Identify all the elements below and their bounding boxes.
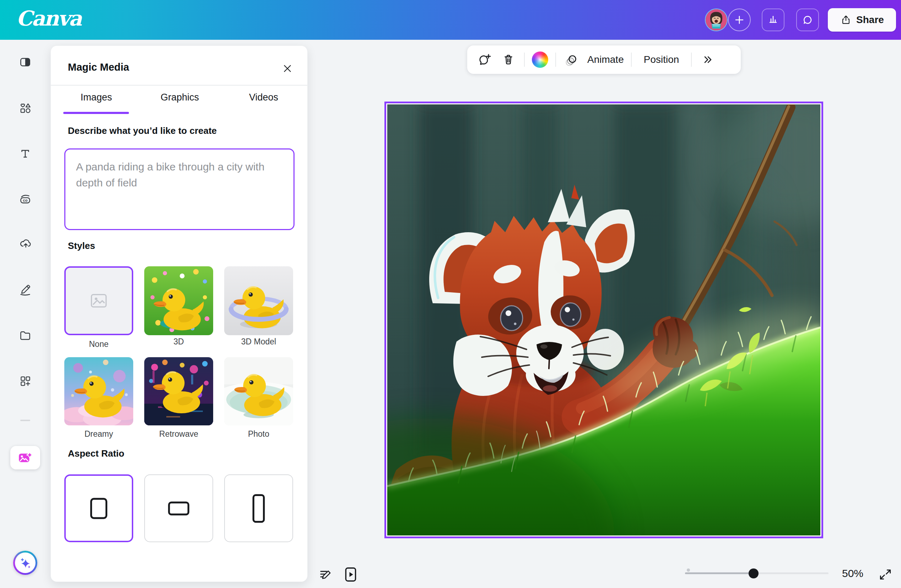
app-header: Canva Share [0, 0, 901, 40]
zoom-slider-origin-dot [687, 568, 690, 572]
more-tools-button[interactable] [699, 51, 716, 68]
style-thumb-dreamy [64, 357, 133, 425]
uploads-cloud-icon [18, 236, 33, 251]
canva-logo[interactable]: Canva [16, 6, 81, 31]
prompt-input[interactable] [64, 148, 295, 230]
brand-icon: co [18, 192, 33, 207]
sidebar-item-elements[interactable] [15, 98, 35, 118]
image-placeholder-icon [89, 292, 108, 309]
style-label: 3D [144, 337, 213, 347]
square-ratio-icon [89, 497, 109, 520]
tab-graphics[interactable]: Graphics [161, 92, 199, 103]
toolbar-divider [631, 53, 632, 67]
style-option-3d[interactable] [144, 266, 213, 335]
magic-media-panel: Magic Media Images Graphics Videos Descr… [50, 45, 308, 582]
context-toolbar: Animate Position [467, 45, 741, 74]
sidebar-item-apps[interactable] [15, 371, 35, 391]
style-label: Retrowave [144, 429, 213, 439]
toolbar-divider [691, 53, 692, 67]
sidebar-item-brand[interactable]: co [15, 189, 35, 209]
avatar[interactable] [705, 9, 728, 31]
style-option-none[interactable] [64, 266, 133, 335]
zoom-slider-knob[interactable] [748, 568, 759, 579]
styles-heading: Styles [68, 240, 95, 251]
sidebar-item-projects[interactable] [15, 326, 35, 345]
zoom-level[interactable]: 50% [833, 568, 872, 579]
add-comment-button[interactable] [476, 51, 493, 68]
comments-button[interactable] [796, 9, 819, 31]
aspect-option-portrait[interactable] [224, 474, 293, 542]
plus-icon [732, 13, 747, 27]
sidebar-item-uploads[interactable] [15, 233, 35, 254]
red-panda-artwork [387, 104, 820, 535]
aspect-ratio-heading: Aspect Ratio [68, 448, 124, 459]
add-member-button[interactable] [728, 9, 751, 31]
style-thumb-retrowave [144, 357, 213, 425]
landscape-ratio-icon [167, 501, 190, 516]
trash-icon [501, 52, 516, 67]
generated-image-red-panda [386, 103, 822, 537]
panel-header-divider [51, 85, 307, 86]
bar-chart-icon [766, 13, 780, 27]
folder-icon [18, 328, 33, 343]
tab-images[interactable]: Images [81, 92, 112, 103]
insights-button[interactable] [762, 9, 784, 31]
prompt-label: Describe what you’d like to create [68, 125, 217, 136]
animate-label[interactable]: Animate [587, 54, 624, 65]
tab-videos[interactable]: Videos [249, 92, 278, 103]
avatar-image [706, 9, 727, 31]
zoom-slider-fill [685, 572, 753, 574]
sidebar-item-design[interactable] [15, 52, 35, 72]
style-label: Dreamy [64, 429, 133, 439]
chat-bubble-icon [800, 13, 815, 27]
sparkle-stars-icon [18, 556, 32, 570]
sidebar-item-draw[interactable] [15, 280, 35, 299]
fullscreen-button[interactable] [877, 566, 894, 583]
text-icon [18, 146, 33, 161]
style-label: None [64, 339, 133, 349]
toolbar-divider [555, 53, 556, 67]
style-label: 3D Model [224, 337, 293, 347]
draw-pen-icon [18, 282, 33, 297]
double-chevron-right-icon [700, 53, 714, 67]
notes-button[interactable] [317, 566, 334, 583]
canvas-page[interactable] [384, 101, 823, 538]
toolbar-divider [524, 53, 525, 67]
color-wheel-button[interactable] [532, 51, 548, 68]
panel-close-button[interactable] [280, 61, 295, 76]
active-tab-indicator [63, 112, 129, 114]
aspect-option-square[interactable] [64, 474, 133, 542]
style-thumb-3d [144, 266, 213, 335]
animate-button[interactable] [563, 51, 580, 68]
position-button[interactable]: Position [644, 54, 679, 65]
expand-icon [878, 567, 893, 582]
magic-media-icon [17, 450, 33, 465]
sidebar-item-magic-media[interactable] [10, 446, 40, 470]
apps-grid-icon [18, 373, 33, 389]
elements-icon [18, 101, 33, 115]
share-button[interactable]: Share [828, 8, 896, 32]
share-label: Share [856, 14, 884, 26]
comment-plus-icon [477, 52, 492, 67]
svg-text:co: co [23, 198, 28, 202]
style-option-photo[interactable] [224, 357, 293, 425]
sidebar-item-text[interactable] [15, 143, 35, 163]
style-label: Photo [224, 429, 293, 439]
portrait-ratio-icon [252, 493, 265, 523]
style-option-3d-model[interactable] [224, 266, 293, 335]
share-upload-icon [840, 14, 852, 26]
present-play-icon [343, 566, 359, 583]
style-option-dreamy[interactable] [64, 357, 133, 425]
aspect-option-landscape[interactable] [144, 474, 213, 542]
notes-icon [318, 567, 333, 582]
close-icon [281, 62, 294, 75]
delete-button[interactable] [500, 51, 517, 68]
style-thumb-3d-model [224, 266, 293, 335]
sidebar-divider [20, 420, 30, 421]
design-icon [18, 55, 33, 70]
present-button[interactable] [342, 565, 360, 584]
animate-circles-icon [564, 52, 580, 67]
magic-assistant-button[interactable] [13, 551, 37, 575]
style-thumb-photo [224, 357, 293, 425]
style-option-retrowave[interactable] [144, 357, 213, 425]
